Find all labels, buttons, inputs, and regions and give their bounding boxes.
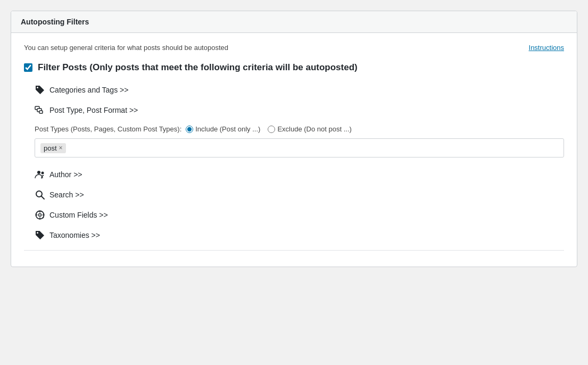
panel-header: Autoposting Filters: [11, 11, 577, 33]
post-types-section: Post Types (Posts, Pages, Custom Post Ty…: [24, 125, 564, 157]
post-type-icon: [35, 105, 45, 115]
autoposting-filters-panel: Autoposting Filters You can setup genera…: [11, 11, 577, 267]
sidebar-item-categories-tags[interactable]: Categories and Tags >>: [24, 85, 564, 95]
exclude-radio-label[interactable]: Exclude (Do not post ...): [268, 125, 351, 133]
taxonomies-label: Taxonomies >>: [49, 231, 100, 239]
instructions-link[interactable]: Instructions: [529, 44, 564, 52]
post-types-label: Post Types (Posts, Pages, Custom Post Ty…: [35, 125, 181, 133]
svg-point-8: [39, 214, 42, 217]
sidebar-item-author[interactable]: Author >>: [24, 169, 564, 180]
svg-point-3: [37, 171, 40, 174]
author-icon: [35, 169, 45, 180]
filter-posts-checkbox[interactable]: [24, 63, 32, 72]
panel-body: You can setup general criteria for what …: [11, 33, 577, 267]
categories-tags-label: Categories and Tags >>: [49, 86, 128, 94]
search-icon: [35, 189, 45, 200]
exclude-radio[interactable]: [268, 126, 275, 133]
include-label: Include (Post only ...): [195, 125, 260, 133]
sidebar-item-taxonomies[interactable]: Taxonomies >>: [24, 230, 564, 240]
description-text: You can setup general criteria for what …: [24, 44, 228, 52]
bottom-divider: [24, 250, 564, 251]
sidebar-item-search[interactable]: Search >>: [24, 189, 564, 200]
post-types-row: Post Types (Posts, Pages, Custom Post Ty…: [35, 125, 564, 133]
panel-title: Autoposting Filters: [21, 18, 567, 26]
sidebar-item-custom-fields[interactable]: Custom Fields >>: [24, 210, 564, 220]
post-tag-chip: post ×: [40, 143, 66, 153]
post-type-format-label: Post Type, Post Format >>: [49, 106, 138, 114]
svg-rect-2: [39, 111, 43, 113]
include-radio[interactable]: [186, 126, 193, 133]
author-label: Author >>: [49, 170, 82, 179]
post-tag-remove[interactable]: ×: [59, 145, 63, 151]
search-label: Search >>: [49, 190, 84, 199]
tags-input-box[interactable]: post ×: [35, 138, 564, 157]
exclude-label: Exclude (Do not post ...): [277, 125, 351, 133]
custom-fields-icon: [35, 210, 45, 220]
filter-posts-row: Filter Posts (Only posts that meet the f…: [24, 62, 564, 73]
top-row: You can setup general criteria for what …: [24, 44, 564, 52]
post-tag-label: post: [44, 144, 57, 152]
svg-point-4: [42, 172, 44, 175]
custom-fields-label: Custom Fields >>: [49, 211, 108, 219]
filter-posts-label[interactable]: Filter Posts (Only posts that meet the f…: [38, 62, 358, 73]
include-radio-label[interactable]: Include (Post only ...): [186, 125, 260, 133]
tag-icon: [35, 85, 45, 95]
svg-line-6: [42, 196, 45, 200]
sidebar-item-post-type-format[interactable]: Post Type, Post Format >>: [24, 105, 564, 115]
taxonomies-icon: [35, 230, 45, 240]
post-types-radio-group: Include (Post only ...) Exclude (Do not …: [186, 125, 352, 133]
